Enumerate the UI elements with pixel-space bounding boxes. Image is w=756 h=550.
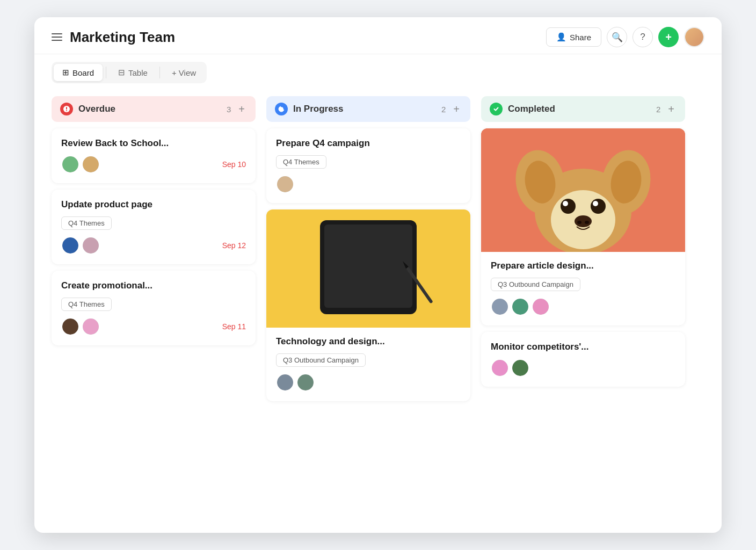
status-icon-in-progress: [275, 103, 288, 115]
board-content: Overdue 3 + Review Back to School...: [34, 83, 722, 533]
overdue-count: 3: [227, 105, 231, 114]
tab-table[interactable]: ⊟ Table: [110, 64, 156, 81]
menu-icon[interactable]: [52, 33, 62, 41]
card-prepare-q4[interactable]: Prepare Q4 campaign Q4 Themes: [266, 128, 470, 203]
card-footer: Sep 11: [61, 317, 246, 336]
card-avatars: [61, 155, 100, 173]
due-date: Sep 10: [222, 160, 246, 169]
card-footer: [491, 359, 675, 377]
in-progress-icon-svg: [278, 105, 285, 113]
svg-point-19: [563, 201, 568, 206]
avatar-beard-man: [61, 155, 79, 173]
page-title: Marketing Team: [70, 29, 175, 46]
due-date: Sep 12: [222, 241, 246, 250]
card-body: Prepare article design... Q3 Outbound Ca…: [481, 252, 685, 325]
status-icon-completed: [490, 103, 503, 115]
avatar-glasses-man-2: [276, 373, 294, 392]
card-title: Monitor competitors'...: [491, 342, 675, 352]
card-tag: Q3 Outbound Campaign: [276, 353, 366, 367]
tab-divider-2: [159, 67, 160, 78]
column-header-completed: Completed 2 +: [481, 96, 685, 122]
share-button[interactable]: 👤 Share: [546, 27, 601, 47]
in-progress-title: In Progress: [293, 104, 436, 114]
person-icon: 👤: [556, 32, 566, 42]
svg-point-20: [593, 201, 598, 206]
tab-divider: [106, 67, 106, 78]
toolbar: ⊞ Board ⊟ Table + View: [34, 54, 722, 83]
corgi-image: [481, 128, 685, 252]
card-update-product[interactable]: Update product page Q4 Themes Sep 12: [52, 190, 256, 264]
svg-point-17: [561, 199, 576, 214]
overdue-title: Overdue: [78, 104, 221, 114]
card-avatars: [61, 236, 100, 255]
help-button[interactable]: ?: [633, 27, 653, 47]
view-tabs: ⊞ Board ⊟ Table + View: [52, 62, 207, 83]
card-tag: Q3 Outbound Campaign: [491, 278, 580, 291]
corgi-svg: [481, 128, 685, 252]
column-in-progress: In Progress 2 + Prepare Q4 campaign Q4 T…: [266, 96, 470, 520]
header-left: Marketing Team: [52, 29, 175, 46]
avatar-glasses-man: [82, 155, 100, 173]
card-avatars: [491, 298, 550, 316]
svg-rect-1: [66, 107, 67, 110]
add-button[interactable]: +: [658, 27, 679, 47]
avatar[interactable]: [684, 27, 704, 47]
card-review-back[interactable]: Review Back to School... Sep 10: [52, 128, 256, 183]
card-tag: Q4 Themes: [276, 155, 326, 169]
card-title: Technology and design...: [276, 336, 461, 347]
tab-view[interactable]: + View: [163, 64, 205, 81]
column-header-overdue: Overdue 3 +: [52, 96, 256, 122]
header: Marketing Team 👤 Share 🔍 ? +: [34, 17, 722, 54]
avatar-pink-hair: [82, 317, 100, 336]
tab-board[interactable]: ⊞ Board: [54, 64, 103, 81]
card-footer: [491, 298, 675, 316]
header-right: 👤 Share 🔍 ? +: [546, 27, 704, 47]
completed-icon-svg: [492, 105, 500, 113]
tablet-image: [266, 209, 470, 328]
column-header-in-progress: In Progress 2 +: [266, 96, 470, 122]
card-title: Prepare article design...: [491, 260, 675, 271]
avatar-pink-woman: [532, 298, 550, 316]
avatar-woman: [82, 236, 100, 255]
avatar-dark-woman: [511, 359, 529, 377]
in-progress-add-button[interactable]: +: [451, 103, 462, 115]
svg-point-22: [577, 221, 581, 224]
search-button[interactable]: 🔍: [607, 27, 627, 47]
help-icon: ?: [640, 32, 645, 42]
table-icon: ⊟: [118, 68, 125, 77]
svg-point-2: [66, 110, 67, 111]
card-avatars: [491, 359, 529, 377]
avatar-beard-man-2: [511, 298, 529, 316]
app-window: Marketing Team 👤 Share 🔍 ? + ⊞: [34, 17, 722, 533]
svg-point-23: [585, 221, 589, 224]
card-footer: [276, 373, 461, 392]
avatar-pink-hair-2: [491, 359, 509, 377]
avatar-blonde-woman: [276, 175, 294, 193]
search-icon: 🔍: [612, 32, 623, 43]
card-title: Prepare Q4 campaign: [276, 138, 461, 149]
avatar-man-2: [296, 373, 315, 392]
card-tag: Q4 Themes: [61, 216, 112, 230]
card-avatars: [276, 373, 315, 392]
avatar-suit-man: [61, 236, 79, 255]
due-date: Sep 11: [222, 322, 246, 331]
card-monitor-competitors[interactable]: Monitor competitors'...: [481, 332, 685, 387]
status-icon-overdue: [60, 103, 73, 115]
card-create-promo[interactable]: Create promotional... Q4 Themes Sep 11: [52, 271, 256, 345]
svg-point-21: [575, 215, 592, 227]
tablet-svg: [277, 209, 460, 328]
in-progress-count: 2: [441, 105, 446, 114]
card-footer: [276, 175, 461, 193]
overdue-add-button[interactable]: +: [236, 103, 247, 115]
card-avatars: [61, 317, 100, 336]
card-avatars: [276, 175, 294, 193]
avatar-black-woman: [61, 317, 79, 336]
completed-title: Completed: [508, 104, 651, 114]
card-footer: Sep 12: [61, 236, 246, 255]
card-tech-design[interactable]: Technology and design... Q3 Outbound Cam…: [266, 209, 470, 401]
completed-add-button[interactable]: +: [666, 103, 677, 115]
column-overdue: Overdue 3 + Review Back to School...: [52, 96, 256, 520]
card-article-design[interactable]: Prepare article design... Q3 Outbound Ca…: [481, 128, 685, 325]
column-completed: Completed 2 +: [481, 96, 685, 520]
card-footer: Sep 10: [61, 155, 246, 173]
